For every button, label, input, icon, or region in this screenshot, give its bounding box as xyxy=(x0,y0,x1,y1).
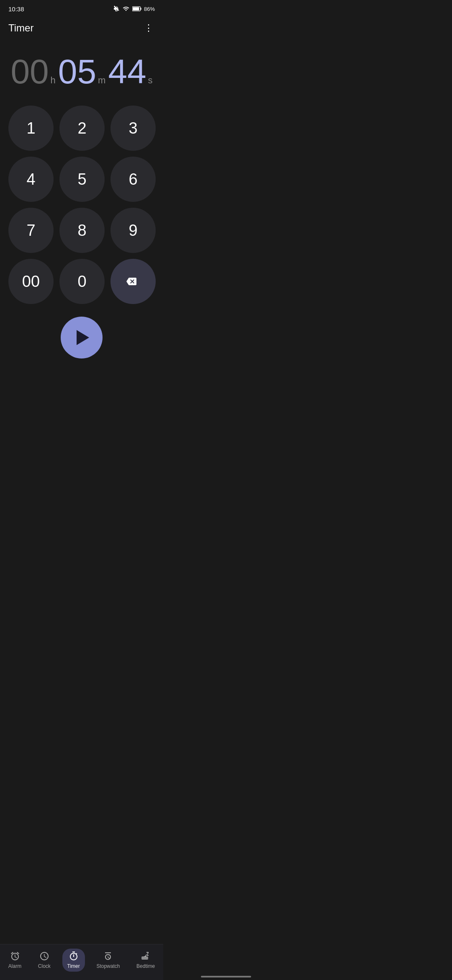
seconds-value: 44 xyxy=(108,54,146,89)
seconds-unit: s xyxy=(148,75,153,86)
svg-rect-2 xyxy=(133,7,139,10)
minutes-value: 05 xyxy=(58,54,96,89)
key-7[interactable]: 7 xyxy=(8,208,54,253)
key-8[interactable]: 8 xyxy=(59,208,105,253)
wifi-icon xyxy=(122,5,130,12)
battery-percent: 86% xyxy=(144,6,155,12)
minutes-segment: 05 m xyxy=(58,54,106,89)
hours-unit: h xyxy=(51,75,56,86)
key-00[interactable]: 00 xyxy=(8,259,54,304)
svg-rect-1 xyxy=(141,8,141,10)
hours-segment: 00 h xyxy=(10,54,55,89)
key-0[interactable]: 0 xyxy=(59,259,105,304)
hours-value: 00 xyxy=(10,54,49,89)
key-5[interactable]: 5 xyxy=(59,157,105,202)
app-title: Timer xyxy=(8,22,33,34)
play-icon xyxy=(77,330,89,345)
key-3[interactable]: 3 xyxy=(110,106,156,151)
key-2[interactable]: 2 xyxy=(59,106,105,151)
battery-icon xyxy=(132,6,141,12)
backspace-icon xyxy=(126,276,140,286)
start-button[interactable] xyxy=(61,317,103,358)
more-options-button[interactable]: ⋮ xyxy=(142,21,155,35)
timer-display: 00 h 05 m 44 s xyxy=(0,42,163,106)
status-time: 10:38 xyxy=(8,5,24,13)
mute-icon xyxy=(113,5,120,12)
key-9[interactable]: 9 xyxy=(110,208,156,253)
key-4[interactable]: 4 xyxy=(8,157,54,202)
top-bar: Timer ⋮ xyxy=(0,17,163,42)
key-1[interactable]: 1 xyxy=(8,106,54,151)
seconds-segment: 44 s xyxy=(108,54,152,89)
status-icons: 86% xyxy=(113,5,155,12)
status-bar: 10:38 86% xyxy=(0,0,163,17)
backspace-button[interactable] xyxy=(110,259,156,304)
minutes-unit: m xyxy=(98,75,105,86)
start-area xyxy=(0,317,163,371)
key-6[interactable]: 6 xyxy=(110,157,156,202)
numpad: 1 2 3 4 5 6 7 8 9 00 0 xyxy=(0,106,163,304)
